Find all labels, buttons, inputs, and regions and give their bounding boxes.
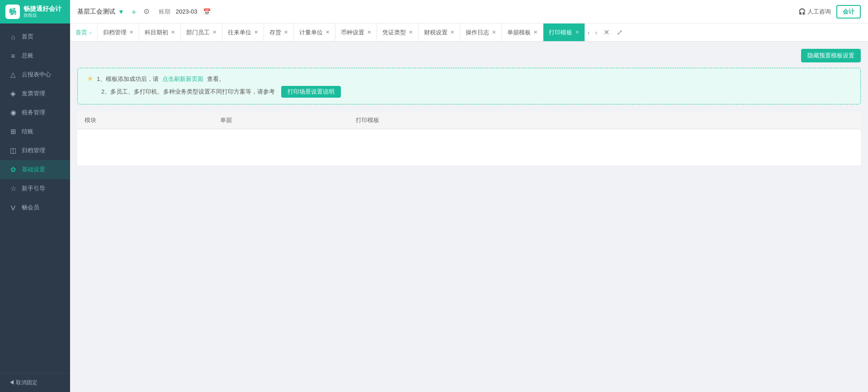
tab-label: 财税设置 xyxy=(424,28,448,37)
tab-inventory[interactable]: 存货 ✕ xyxy=(264,24,294,41)
sidebar-item-guide[interactable]: ☆ 新手引导 xyxy=(0,179,70,198)
tab-close-icon[interactable]: ✕ xyxy=(129,29,133,35)
refresh-page-link[interactable]: 点击刷新新页面 xyxy=(162,75,203,83)
tab-supplier[interactable]: 往来单位 ✕ xyxy=(222,24,264,41)
tab-printtemplate[interactable]: 打印模板 ✕ xyxy=(543,24,585,41)
sidebar: 畅 畅捷通好会计 旗舰版 ⌂ 首页 ≡ 总账 △ 云报表中心 ◈ 发票管理 ◉ … xyxy=(0,0,70,392)
tab-close-icon[interactable]: ✕ xyxy=(533,29,538,35)
tab-label: 存货 xyxy=(269,28,281,37)
period-label: 账期 xyxy=(159,8,170,16)
sidebar-item-label: 发票管理 xyxy=(22,90,45,98)
tab-label: 部门员工 xyxy=(186,28,210,37)
print-scene-button[interactable]: 打印场景设置说明 xyxy=(281,86,341,98)
tab-singledoc[interactable]: 单据模板 ✕ xyxy=(502,24,543,41)
tab-close-icon[interactable]: ✕ xyxy=(409,29,413,35)
tab-close-icon[interactable]: ✕ xyxy=(575,29,579,35)
tab-close-icon[interactable]: ✕ xyxy=(254,29,258,35)
hide-template-button[interactable]: 隐藏预置模板设置 xyxy=(801,49,861,62)
info-row-2: 2、多员工、多打印机、多种业务类型设置不同打印方案等，请参考 打印场景设置说明 xyxy=(87,86,851,98)
tab-unit[interactable]: 计量单位 ✕ xyxy=(294,24,335,41)
sidebar-item-home[interactable]: ⌂ 首页 xyxy=(0,27,70,46)
sidebar-item-member[interactable]: V 畅会员 xyxy=(0,198,70,217)
tab-close-icon[interactable]: ✕ xyxy=(450,29,454,35)
tab-label: 计量单位 xyxy=(299,28,323,37)
support-label: 人工咨询 xyxy=(807,8,831,16)
closing-icon: ⊞ xyxy=(9,128,17,136)
tax-icon: ◉ xyxy=(9,109,17,117)
period-value: 2023-03 xyxy=(176,8,198,15)
sidebar-nav: ⌂ 首页 ≡ 总账 △ 云报表中心 ◈ 发票管理 ◉ 税务管理 ⊞ 结账 ◫ 归… xyxy=(0,24,70,373)
member-icon: V xyxy=(9,204,17,212)
table-header: 模块 单据 打印模板 xyxy=(77,112,861,129)
sidebar-item-label: 首页 xyxy=(22,33,33,41)
sidebar-item-closing[interactable]: ⊞ 结账 xyxy=(0,122,70,141)
sidebar-item-archive[interactable]: ◫ 归档管理 xyxy=(0,141,70,160)
info-row-1: ☀ 1、模板添加成功后，请 点击刷新新页面 查看。 xyxy=(87,75,851,83)
tab-nav-prev: ‹ xyxy=(90,30,92,35)
sidebar-item-label: 税务管理 xyxy=(22,109,45,117)
sidebar-item-invoice[interactable]: ◈ 发票管理 xyxy=(0,84,70,103)
tab-label: 操作日志 xyxy=(466,28,489,37)
tab-close-icon[interactable]: ✕ xyxy=(171,29,175,35)
action-bar: 隐藏预置模板设置 xyxy=(77,49,861,62)
tab-close-icon[interactable]: ✕ xyxy=(326,29,330,35)
tab-label: 单据模板 xyxy=(507,28,531,37)
info-line1-suffix: 查看。 xyxy=(207,75,225,83)
guide-icon: ☆ xyxy=(9,184,17,193)
tab-dept[interactable]: 部门员工 ✕ xyxy=(181,24,222,41)
topbar: 基层工会测试 ▼ ＋ ⚙ 账期 2023-03 📅 🎧 人工咨询 会计 xyxy=(70,0,868,24)
sidebar-unpin-button[interactable]: ◀ 取消固定 xyxy=(0,373,70,392)
tab-scroll-right[interactable]: › xyxy=(592,24,600,41)
tab-label: 首页 xyxy=(75,28,87,37)
tab-close-icon[interactable]: ✕ xyxy=(367,29,371,35)
invoice-icon: ◈ xyxy=(9,90,17,98)
tab-subject[interactable]: 科目期初 ✕ xyxy=(139,24,181,41)
data-table: 模块 单据 打印模板 xyxy=(77,112,861,165)
tab-close-icon[interactable]: ✕ xyxy=(212,29,217,35)
sidebar-item-label: 畅会员 xyxy=(22,203,39,212)
tab-oplog[interactable]: 操作日志 ✕ xyxy=(460,24,502,41)
table-empty-state xyxy=(77,129,861,165)
sidebar-item-report[interactable]: △ 云报表中心 xyxy=(0,65,70,84)
info-box: ☀ 1、模板添加成功后，请 点击刷新新页面 查看。 2、多员工、多打印机、多种业… xyxy=(77,68,861,104)
settings-gear-icon[interactable]: ⚙ xyxy=(143,7,150,16)
calendar-icon[interactable]: 📅 xyxy=(203,8,211,15)
tab-close-icon[interactable]: ✕ xyxy=(284,29,288,35)
tab-tax-set[interactable]: 财税设置 ✕ xyxy=(419,24,460,41)
company-name: 基层工会测试 xyxy=(77,8,115,16)
col-doc-header: 单据 xyxy=(220,116,356,124)
content-area: 隐藏预置模板设置 ☀ 1、模板添加成功后，请 点击刷新新页面 查看。 2、多员工… xyxy=(70,42,868,392)
tab-label: 凭证类型 xyxy=(382,28,406,37)
report-icon: △ xyxy=(9,71,17,79)
tab-archive[interactable]: 归档管理 ✕ xyxy=(98,24,139,41)
sidebar-item-settings[interactable]: ✿ 基础设置 xyxy=(0,160,70,179)
tab-scroll-left[interactable]: ‹ xyxy=(585,24,593,41)
company-selector[interactable]: 基层工会测试 ▼ xyxy=(77,8,124,16)
topbar-right: 🎧 人工咨询 会计 xyxy=(798,5,861,19)
sidebar-item-label: 云报表中心 xyxy=(22,71,51,79)
tabbar: 首页 ‹ 归档管理 ✕ 科目期初 ✕ 部门员工 ✕ 往来单位 ✕ 存货 ✕ 计量… xyxy=(70,24,868,42)
sidebar-item-tax[interactable]: ◉ 税务管理 xyxy=(0,103,70,122)
add-tab-button[interactable]: ＋ xyxy=(130,8,138,16)
accountant-button[interactable]: 会计 xyxy=(836,5,861,19)
tab-currency[interactable]: 币种设置 ✕ xyxy=(335,24,377,41)
tab-home[interactable]: 首页 ‹ xyxy=(70,24,98,41)
support-button[interactable]: 🎧 人工咨询 xyxy=(798,8,831,16)
sidebar-item-ledger[interactable]: ≡ 总账 xyxy=(0,46,70,65)
col-template-header: 打印模板 xyxy=(356,116,854,124)
settings-icon: ✿ xyxy=(9,165,17,174)
sidebar-item-label: 归档管理 xyxy=(22,146,45,155)
tab-label: 往来单位 xyxy=(228,28,251,37)
info-line2-prefix: 2、多员工、多打印机、多种业务类型设置不同打印方案等，请参考 xyxy=(101,88,275,96)
sidebar-item-label: 基础设置 xyxy=(22,165,45,174)
headset-icon: 🎧 xyxy=(798,8,806,15)
ledger-icon: ≡ xyxy=(9,52,17,60)
tab-voucher[interactable]: 凭证类型 ✕ xyxy=(377,24,419,41)
tab-close-icon[interactable]: ✕ xyxy=(492,29,496,35)
tab-expand-button[interactable]: ⤢ xyxy=(613,24,626,41)
tab-close-all-button[interactable]: ✕ xyxy=(600,24,613,41)
tab-label: 归档管理 xyxy=(103,28,127,37)
home-icon: ⌂ xyxy=(9,33,17,41)
tab-label: 币种设置 xyxy=(341,28,364,37)
logo-icon: 畅 xyxy=(5,5,20,19)
